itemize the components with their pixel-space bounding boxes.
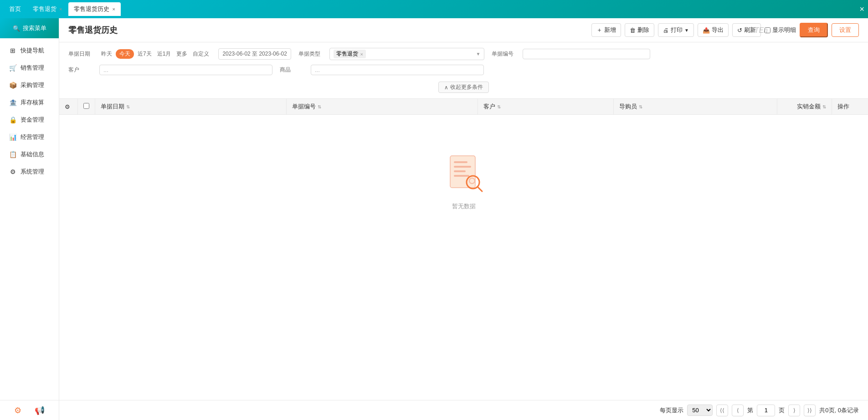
collapse-row: ∧ 收起更多条件	[68, 80, 859, 93]
settings-footer-icon[interactable]: ⚙	[14, 405, 21, 415]
customer-filter-label: 客户	[68, 66, 92, 74]
sidebar-item-inventory[interactable]: 🏦 库存核算	[0, 94, 59, 111]
print-button[interactable]: 🖨 打印 ▼	[658, 23, 694, 37]
operations-icon: 📊	[9, 133, 17, 141]
empty-illustration	[441, 151, 487, 197]
first-page-button[interactable]: ⟨⟨	[716, 405, 728, 416]
tab-retail-return-history-label: 零售退货历史	[74, 5, 109, 13]
empty-row: 暂无数据	[59, 115, 868, 247]
table-wrap: ⚙ 单据日期 ⇅ 单据编号 ⇅	[59, 99, 868, 400]
finance-icon: 🔒	[9, 116, 17, 124]
basic-info-icon: 📋	[9, 150, 17, 159]
sidebar: 🔍 搜索菜单 ⊞ 快捷导航 🛒 销售管理 📦 采购管理 🏦 库存核算 🔒	[0, 18, 59, 420]
page-summary: 共0页, 0条记录	[819, 406, 859, 415]
bill-no-input[interactable]	[523, 49, 650, 59]
th-amount-sort-icon[interactable]: ⇅	[822, 104, 826, 109]
th-amount: 实销金额 ⇅	[777, 99, 832, 115]
pagination-bar: 每页显示 50 100 200 ⟨⟨ ⟨ 第 页 ⟩ ⟩⟩ 共0页, 0条记录	[59, 400, 868, 420]
prev-page-button[interactable]: ⟨	[732, 405, 744, 416]
th-guide-label: 导购员	[619, 102, 637, 111]
type-tag-close[interactable]: ×	[360, 51, 363, 57]
sidebar-footer: ⚙ 📢	[0, 400, 59, 420]
sidebar-item-basic-info[interactable]: 📋 基础信息	[0, 146, 59, 163]
select-all-checkbox[interactable]	[83, 103, 89, 109]
date-btn-yesterday[interactable]: 昨天	[99, 49, 114, 59]
tab-retail-return[interactable]: 零售退货 ×	[27, 2, 67, 16]
export-icon: 📤	[703, 27, 710, 34]
th-bill-no-sort-icon[interactable]: ⇅	[318, 104, 321, 109]
th-bill-date-sort-icon[interactable]: ⇅	[126, 104, 130, 109]
per-page-select[interactable]: 50 100 200	[687, 405, 713, 416]
type-filter-label: 单据类型	[298, 50, 322, 58]
svg-rect-1	[454, 161, 467, 163]
filter-row-1: 单据日期 昨天 今天 近7天 近1月 更多 自定义 2023-06-02 至 2…	[68, 48, 859, 60]
sidebar-item-sales-mgmt-label: 销售管理	[21, 64, 44, 72]
next-page-button[interactable]: ⟩	[788, 405, 800, 416]
sidebar-item-sales-mgmt[interactable]: 🛒 销售管理	[0, 59, 59, 77]
date-btn-1month[interactable]: 近1月	[155, 49, 173, 59]
empty-text: 暂无数据	[452, 202, 476, 210]
page-number-input[interactable]	[757, 405, 775, 416]
sidebar-search-label: 搜索菜单	[23, 24, 46, 32]
sidebar-search[interactable]: 🔍 搜索菜单	[0, 18, 59, 38]
setting-button[interactable]: 设置	[832, 23, 859, 37]
th-bill-date-label: 单据日期	[101, 102, 124, 111]
th-bill-date: 单据日期 ⇅	[95, 99, 286, 115]
type-select-wrap[interactable]: 零售退货 × ▼	[329, 48, 484, 60]
quick-nav-icon: ⊞	[9, 46, 17, 55]
data-table: ⚙ 单据日期 ⇅ 单据编号 ⇅	[59, 99, 868, 247]
sidebar-item-operations[interactable]: 📊 经营管理	[0, 128, 59, 146]
date-btn-today[interactable]: 今天	[116, 49, 134, 59]
sidebar-item-purchase-mgmt[interactable]: 📦 采购管理	[0, 77, 59, 94]
collapse-button[interactable]: ∧ 收起更多条件	[438, 82, 489, 93]
th-settings[interactable]: ⚙	[59, 99, 77, 115]
svg-line-6	[478, 187, 482, 191]
th-guide-sort-icon[interactable]: ⇅	[639, 104, 642, 109]
print-arrow-icon: ▼	[684, 28, 689, 33]
per-page-label: 每页显示	[660, 406, 683, 415]
filter-area: 单据日期 昨天 今天 近7天 近1月 更多 自定义 2023-06-02 至 2…	[59, 42, 868, 99]
type-tag-text: 零售退货	[336, 50, 358, 58]
page-unit: 页	[779, 406, 785, 415]
filter-row-2: 客户 ... 商品 ...	[68, 65, 859, 75]
sidebar-item-system-label: 系统管理	[21, 168, 44, 176]
print-label: 打印	[671, 26, 683, 34]
inventory-icon: 🏦	[9, 98, 17, 107]
date-range-input[interactable]: 2023-06-02 至 2023-06-02	[218, 48, 291, 60]
sidebar-item-quick-nav[interactable]: ⊞ 快捷导航	[0, 42, 59, 59]
date-btn-more[interactable]: 更多	[175, 49, 189, 59]
show-detail-checkbox-wrap[interactable]: 显示明细	[765, 26, 796, 34]
main-layout: 🔍 搜索菜单 ⊞ 快捷导航 🛒 销售管理 📦 采购管理 🏦 库存核算 🔒	[0, 18, 868, 420]
sidebar-nav: ⊞ 快捷导航 🛒 销售管理 📦 采购管理 🏦 库存核算 🔒 资金管理 📊	[0, 38, 59, 400]
tab-retail-return-history[interactable]: 零售退货历史 ×	[68, 2, 120, 16]
query-button[interactable]: 查询	[800, 23, 828, 37]
sidebar-item-quick-nav-label: 快捷导航	[21, 46, 44, 55]
collapse-icon: ∧	[444, 84, 448, 91]
date-filters: 昨天 今天 近7天 近1月 更多 自定义	[99, 49, 211, 59]
window-close-button[interactable]: ×	[859, 5, 864, 14]
th-customer-sort-icon[interactable]: ⇅	[497, 104, 501, 109]
last-page-button[interactable]: ⟩⟩	[804, 405, 816, 416]
speaker-footer-icon[interactable]: 📢	[35, 405, 45, 415]
delete-icon: 🗑	[630, 27, 636, 34]
content-area: 零售退货历史 ＋ 新增 🗑 删除 🖨 打印 ▼ 📤 导出	[59, 18, 868, 420]
th-actions-label: 操作	[837, 103, 849, 110]
goods-input[interactable]: ...	[311, 65, 484, 75]
tab-bar: 首页 零售退货 × 零售退货历史 ×	[4, 2, 859, 16]
sidebar-item-finance[interactable]: 🔒 资金管理	[0, 111, 59, 128]
sidebar-item-operations-label: 经营管理	[21, 133, 44, 141]
tab-home[interactable]: 首页	[4, 2, 26, 16]
bill-no-label: 单据编号	[492, 50, 515, 58]
page-label: 第	[747, 406, 753, 415]
tab-retail-return-history-close[interactable]: ×	[112, 6, 115, 12]
date-btn-7days[interactable]: 近7天	[136, 49, 154, 59]
sidebar-item-inventory-label: 库存核算	[21, 98, 44, 107]
new-button[interactable]: ＋ 新增	[591, 23, 621, 37]
date-btn-custom[interactable]: 自定义	[191, 49, 211, 59]
delete-button[interactable]: 🗑 删除	[625, 23, 654, 37]
export-button[interactable]: 📤 导出	[698, 23, 729, 37]
sidebar-item-system[interactable]: ⚙ 系统管理	[0, 163, 59, 180]
tab-retail-return-close[interactable]: ×	[59, 6, 62, 12]
th-checkbox[interactable]	[77, 99, 95, 115]
customer-input[interactable]: ...	[99, 65, 272, 75]
